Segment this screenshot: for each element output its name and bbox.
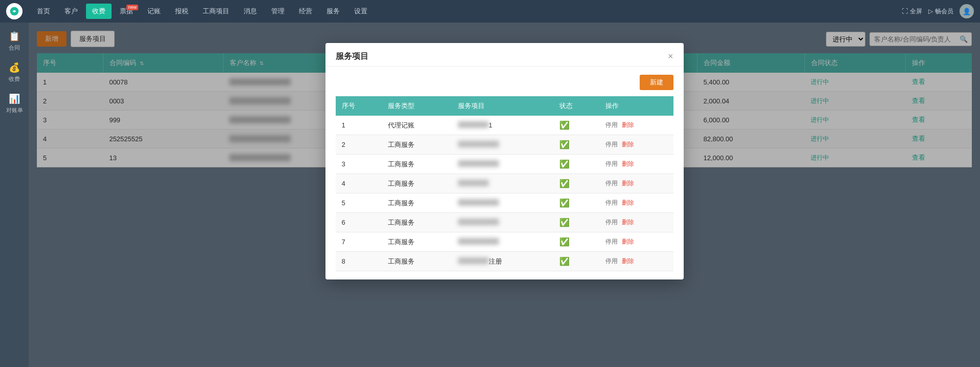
fullscreen-button[interactable]: ⛶ 全屏 [902, 7, 922, 16]
modal-table-row: 7 工商服务 ✅ 停用 删除 [336, 232, 673, 252]
stop-button[interactable]: 停用 [605, 179, 618, 188]
modal-cell-seq: 2 [336, 135, 382, 155]
nav-right: ⛶ 全屏 ▷ 畅会员 👤 [902, 4, 974, 18]
modal-overlay: 服务项目 × 新建 序号 服务类型 服务项目 [29, 23, 980, 367]
nav-items: 首页 客户 收费 票据 new 记账 报税 工商项目 消息 管理 经营 服务 设… [31, 4, 902, 19]
delete-button[interactable]: 删除 [622, 121, 634, 129]
member-button[interactable]: ▷ 畅会员 [928, 7, 953, 16]
modal-cell-status: ✅ [553, 116, 599, 135]
modal-cell-type: 工商服务 [382, 193, 452, 213]
modal-cell-seq: 4 [336, 174, 382, 193]
contract-icon: 📋 [9, 31, 20, 42]
nav-fuwu[interactable]: 服务 [320, 4, 346, 19]
modal-table: 序号 服务类型 服务项目 状态 操作 1 代理记账 1 ✅ [336, 96, 673, 271]
modal-cell-type: 工商服务 [382, 213, 452, 232]
stop-button[interactable]: 停用 [605, 257, 618, 266]
modal-cell-type: 工商服务 [382, 135, 452, 155]
modal-cell-item: 1 [452, 116, 553, 135]
modal-cell-action: 停用 删除 [599, 116, 673, 135]
content-area: 新增 服务项目 进行中 已完成 全部 🔍 序号 合同编码 ⇅ [29, 23, 980, 367]
modal-table-row: 8 工商服务 注册 ✅ 停用 删除 [336, 252, 673, 271]
nav-customer[interactable]: 客户 [58, 4, 84, 19]
modal-cell-action: 停用 删除 [599, 174, 673, 193]
delete-button[interactable]: 删除 [622, 140, 634, 149]
delete-button[interactable]: 删除 [622, 238, 634, 246]
modal-table-row: 4 工商服务 ✅ 停用 删除 [336, 174, 673, 193]
nav-baoshui[interactable]: 报税 [169, 4, 194, 19]
modal-cell-action: 停用 删除 [599, 213, 673, 232]
stop-button[interactable]: 停用 [605, 218, 618, 227]
modal-cell-action: 停用 删除 [599, 155, 673, 174]
stop-button[interactable]: 停用 [605, 121, 618, 129]
sidebar: 📋 合同 💰 收费 📊 对账单 [0, 23, 29, 367]
modal-cell-item [452, 174, 553, 193]
nav-jingying[interactable]: 经营 [293, 4, 318, 19]
modal-col-seq: 序号 [336, 96, 382, 116]
stop-button[interactable]: 停用 [605, 238, 618, 246]
nav-jizhang[interactable]: 记账 [141, 4, 167, 19]
modal-cell-status: ✅ [553, 174, 599, 193]
nav-shezhi[interactable]: 设置 [348, 4, 374, 19]
nav-piaoju[interactable]: 票据 new [114, 4, 139, 19]
avatar[interactable]: 👤 [960, 4, 974, 18]
stop-button[interactable]: 停用 [605, 199, 618, 207]
delete-button[interactable]: 删除 [622, 257, 634, 266]
modal-col-type: 服务类型 [382, 96, 452, 116]
delete-button[interactable]: 删除 [622, 199, 634, 207]
delete-button[interactable]: 删除 [622, 160, 634, 168]
modal-cell-item [452, 232, 553, 252]
logo[interactable] [6, 3, 23, 19]
nav-guanli[interactable]: 管理 [265, 4, 291, 19]
sidebar-item-contract[interactable]: 📋 合同 [2, 27, 27, 56]
modal-cell-item [452, 213, 553, 232]
modal-toolbar: 新建 [336, 75, 673, 90]
main-layout: 📋 合同 💰 收费 📊 对账单 新增 服务项目 进行中 已完成 全部 [0, 23, 980, 367]
modal-close-button[interactable]: × [668, 51, 673, 62]
modal-cell-seq: 8 [336, 252, 382, 271]
modal-new-button[interactable]: 新建 [640, 75, 673, 90]
modal-cell-item [452, 135, 553, 155]
modal: 服务项目 × 新建 序号 服务类型 服务项目 [325, 43, 684, 279]
sidebar-item-shoufei[interactable]: 💰 收费 [2, 58, 27, 87]
modal-cell-status: ✅ [553, 213, 599, 232]
sidebar-item-duizhang[interactable]: 📊 对账单 [2, 89, 27, 118]
modal-col-action: 操作 [599, 96, 673, 116]
nav-gongshang[interactable]: 工商项目 [197, 4, 235, 19]
modal-cell-seq: 1 [336, 116, 382, 135]
stop-button[interactable]: 停用 [605, 140, 618, 149]
modal-cell-action: 停用 删除 [599, 135, 673, 155]
modal-table-row: 3 工商服务 ✅ 停用 删除 [336, 155, 673, 174]
top-nav: 首页 客户 收费 票据 new 记账 报税 工商项目 消息 管理 经营 服务 设… [0, 0, 980, 23]
modal-cell-item [452, 193, 553, 213]
stop-button[interactable]: 停用 [605, 160, 618, 168]
modal-cell-action: 停用 删除 [599, 193, 673, 213]
delete-button[interactable]: 删除 [622, 218, 634, 227]
modal-cell-type: 工商服务 [382, 174, 452, 193]
modal-table-wrap[interactable]: 序号 服务类型 服务项目 状态 操作 1 代理记账 1 ✅ [336, 96, 673, 271]
nav-xiaoxi[interactable]: 消息 [237, 4, 263, 19]
modal-cell-status: ✅ [553, 232, 599, 252]
modal-table-row: 1 代理记账 1 ✅ 停用 删除 [336, 116, 673, 135]
modal-cell-action: 停用 删除 [599, 252, 673, 271]
nav-home[interactable]: 首页 [31, 4, 56, 19]
modal-table-row: 5 工商服务 ✅ 停用 删除 [336, 193, 673, 213]
modal-col-item: 服务项目 [452, 96, 553, 116]
nav-shoufei[interactable]: 收费 [86, 4, 112, 19]
modal-col-status: 状态 [553, 96, 599, 116]
shoufei-icon: 💰 [9, 62, 20, 73]
modal-cell-item [452, 155, 553, 174]
modal-cell-status: ✅ [553, 193, 599, 213]
modal-body: 新建 序号 服务类型 服务项目 状态 操作 [325, 67, 684, 279]
modal-cell-status: ✅ [553, 135, 599, 155]
modal-cell-type: 工商服务 [382, 232, 452, 252]
modal-table-row: 6 工商服务 ✅ 停用 删除 [336, 213, 673, 232]
duizhang-icon: 📊 [9, 93, 20, 104]
modal-cell-action: 停用 删除 [599, 232, 673, 252]
modal-title: 服务项目 [336, 51, 368, 62]
modal-cell-seq: 7 [336, 232, 382, 252]
delete-button[interactable]: 删除 [622, 179, 634, 188]
modal-cell-type: 工商服务 [382, 252, 452, 271]
modal-header: 服务项目 × [325, 43, 684, 67]
modal-cell-seq: 5 [336, 193, 382, 213]
modal-cell-type: 工商服务 [382, 155, 452, 174]
